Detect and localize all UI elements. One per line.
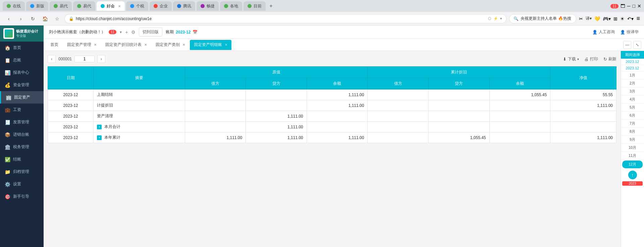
calendar-icon[interactable]: 📅	[193, 30, 198, 35]
tab-asset-detail[interactable]: 固定资产明细账 ✕	[190, 40, 231, 50]
topbar-dropdown-icon[interactable]: ▾	[120, 30, 122, 35]
browser-tab-yidai1[interactable]: 易代	[50, 1, 72, 11]
period-month-1[interactable]: 1月	[621, 71, 644, 79]
period-month-5[interactable]: 5月	[621, 104, 644, 112]
restore-icon[interactable]: 🗔	[621, 3, 625, 9]
browser-tab-online[interactable]: 在线	[3, 1, 25, 11]
sidebar-item-reports[interactable]: 📊 报表中心	[0, 66, 44, 79]
period-month-7[interactable]: 7月	[621, 120, 644, 128]
home-button[interactable]: 🏠	[40, 14, 50, 23]
reload-button[interactable]: ↻	[28, 14, 38, 23]
sidebar-item-invoice[interactable]: 🧾 发票管理	[0, 116, 44, 128]
period-year1[interactable]: 2023.12	[621, 59, 644, 65]
sidebar-item-archive[interactable]: 📁 归档管理	[0, 166, 44, 178]
search-bar: 🔍 央视更新主持人名单 🔥热搜	[509, 14, 576, 23]
address-bar[interactable]: 🔒 https://cloud.chanjet.com/accounting/u…	[64, 14, 506, 23]
period-month-10[interactable]: 10月	[621, 144, 644, 152]
sidebar-item-fund[interactable]: 💰 资金管理	[0, 79, 44, 91]
period-month-3[interactable]: 3月	[621, 87, 644, 96]
sidebar-item-settlement[interactable]: ✅ 结账	[0, 153, 44, 166]
browser-tab-tencent[interactable]: 腾讯	[173, 1, 195, 11]
tab-expand-button[interactable]: ⤡	[633, 41, 641, 49]
row3-orig-credit: 1,111.00	[246, 111, 307, 122]
row2-accum-balance	[489, 100, 550, 111]
browser-tab-changjie[interactable]: 畅捷	[197, 1, 219, 11]
sidebar-item-payroll[interactable]: 💼 工资	[0, 104, 44, 116]
float-up-icon[interactable]: ↑	[628, 171, 637, 179]
maximize-icon[interactable]: □	[633, 3, 635, 9]
tab-close-mgmt-icon[interactable]: ✕	[94, 43, 97, 47]
download-dropdown-icon[interactable]: ▾	[577, 57, 579, 61]
bookmark-button[interactable]: ☆	[52, 14, 62, 23]
browser-tab-gedi[interactable]: 各地	[220, 1, 242, 11]
ledger-table: 日期 摘要 原值 累计折旧 净值 借方 贷方 余额 借方 贷方 余额	[48, 66, 616, 143]
browser-tab-mubiao[interactable]: 目前	[244, 1, 266, 11]
page-input[interactable]	[74, 56, 95, 62]
table-row: 2023-12 资产清理 1,111.00	[48, 111, 616, 122]
undo-icon[interactable]: ↶▾	[627, 16, 634, 21]
sidebar-item-guide[interactable]: 🎯 新手引导	[0, 190, 44, 203]
tab-fixed-asset-mgmt[interactable]: 固定资产管理 ✕	[63, 40, 101, 50]
sidebar-item-fixed-assets[interactable]: 🏢 固定资产	[0, 91, 44, 104]
tab-close-icon[interactable]: ✕	[118, 4, 121, 8]
period-year2[interactable]: 2023.12	[621, 65, 644, 71]
game-icon[interactable]: 🎮▾	[603, 16, 611, 21]
browser-tab-new[interactable]: 新版	[26, 1, 48, 11]
period-month-4[interactable]: 4月	[621, 96, 644, 104]
support-button[interactable]: 👤 人工咨询	[592, 29, 615, 35]
user-avatar[interactable]: 👤 徐译华	[620, 29, 639, 35]
sidebar-item-purchase-sales[interactable]: 📦 进销台账	[0, 128, 44, 141]
settings-gear-icon[interactable]: ⚙	[131, 29, 136, 35]
tab-depreciation-stats[interactable]: 固定资产折旧统计表 ✕	[101, 40, 151, 50]
col-accum-debit: 借方	[368, 78, 429, 89]
close-icon[interactable]: ✕	[637, 3, 641, 9]
brightness-icon[interactable]: ☀	[620, 16, 625, 21]
topbar-user: 刘小艳演示账套（勿删勿动！）	[49, 29, 105, 35]
layout-icon[interactable]: ⊞	[613, 16, 618, 21]
period-month-2[interactable]: 2月	[621, 79, 644, 87]
browser-tab-enterprise[interactable]: 企业	[150, 1, 172, 11]
wallet-icon[interactable]: 💛	[594, 16, 600, 21]
row4-net-value	[550, 122, 616, 132]
refresh-button[interactable]: ↻ 刷新	[603, 56, 616, 62]
table-row: 2023-12 上期结转 1,111.00 1,055.45 55.55	[48, 89, 616, 100]
row2-net-value: 1,111.00	[550, 100, 616, 111]
tab-asset-category[interactable]: 固定资产类别 ✕	[152, 40, 189, 50]
period-panel: 期间选择 2023.12 2023.12 1月 2月 3月 4月 5月 6月 7…	[621, 51, 644, 247]
browser-tab-active[interactable]: 好会 ✕	[97, 1, 125, 11]
next-page-button[interactable]: ›	[97, 55, 105, 63]
sidebar-item-settings[interactable]: ⚙️ 设置	[0, 178, 44, 190]
download-button[interactable]: ⬇ 下载 ▾	[563, 56, 579, 62]
col-orig-debit: 借方	[185, 78, 246, 89]
translate-icon[interactable]: 译▾	[586, 16, 592, 21]
period-month-11[interactable]: 11月	[621, 152, 644, 160]
back-button[interactable]: ‹	[4, 14, 13, 23]
scissors-icon[interactable]: ✂	[579, 16, 583, 21]
minimize-icon[interactable]: ─	[627, 3, 631, 9]
tab-home[interactable]: 首页	[46, 40, 62, 50]
period-month-8[interactable]: 8月	[621, 128, 644, 136]
browser-tab-getax[interactable]: 个税	[126, 1, 148, 11]
tab-collapse-button[interactable]: —	[623, 41, 631, 49]
row5-orig-balance: 1,111.00	[307, 132, 368, 143]
sidebar-item-tax[interactable]: 🏛️ 税务管理	[0, 141, 44, 153]
tab-close-category-icon[interactable]: ✕	[182, 43, 185, 47]
row3-accum-balance	[489, 111, 550, 122]
menu-icon[interactable]: ≡	[636, 15, 640, 22]
row4-orig-credit: 1,111.00	[246, 122, 307, 132]
browser-tab-yidai2[interactable]: 易代	[73, 1, 95, 11]
print-button[interactable]: 🖨 打印	[584, 56, 598, 62]
tab-close-stats-icon[interactable]: ✕	[144, 43, 147, 47]
dropdown-icon[interactable]: ▾	[500, 16, 502, 21]
forward-button[interactable]: ›	[16, 14, 25, 23]
tab-close-detail-icon[interactable]: ✕	[225, 43, 227, 47]
period-month-9[interactable]: 9月	[621, 136, 644, 144]
period-month-6[interactable]: 6月	[621, 112, 644, 120]
add-button[interactable]: +	[125, 29, 128, 35]
sidebar-item-home[interactable]: 🏠 首页	[0, 42, 44, 54]
prev-page-button[interactable]: ‹	[48, 55, 56, 63]
period-month-12[interactable]: 12月	[622, 161, 643, 169]
sidebar-item-general-ledger[interactable]: 📋 总账	[0, 54, 44, 66]
new-tab-button[interactable]: +	[267, 2, 275, 10]
switch-version-button[interactable]: 切到旧版	[139, 27, 162, 37]
